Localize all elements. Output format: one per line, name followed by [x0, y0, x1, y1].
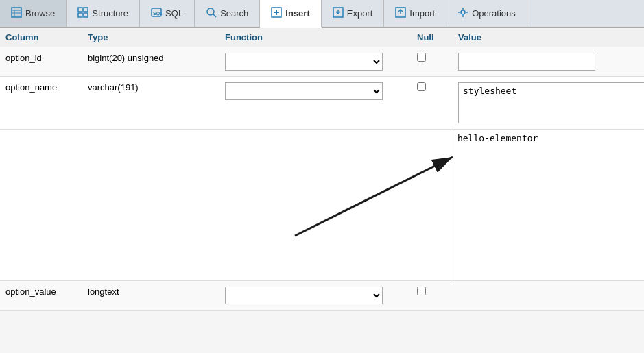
option-name-value-cell: [453, 77, 644, 129]
table-icon: [11, 7, 22, 20]
nav-structure[interactable]: Structure: [67, 0, 140, 27]
structure-icon: [77, 7, 88, 20]
nav-browse-label: Browse: [25, 8, 55, 19]
option-value-type-label: longtext: [88, 287, 119, 297]
nav-insert[interactable]: Insert: [260, 0, 321, 28]
option-id-value-input[interactable]: 2794: [458, 53, 595, 71]
option-value-column: option_value: [0, 281, 82, 310]
nav-search-label: Search: [220, 8, 248, 19]
option-name-type: varchar(191): [82, 77, 219, 98]
header-function: Function: [225, 32, 417, 42]
option-value-type: longtext: [82, 281, 219, 310]
empty-col2: [82, 130, 219, 280]
insert-icon: [271, 7, 282, 20]
search-icon: [206, 7, 217, 20]
table-row: option_value longtext: [0, 280, 644, 311]
option-value-null-cell: [412, 281, 453, 310]
empty-col1: [0, 130, 82, 280]
svg-rect-4: [78, 8, 82, 12]
svg-rect-5: [84, 8, 88, 12]
option-name-column: option_name: [0, 77, 82, 98]
header-type: Type: [88, 32, 225, 42]
nav-browse[interactable]: Browse: [0, 0, 67, 27]
nav-operations[interactable]: Operations: [446, 0, 527, 27]
svg-line-11: [213, 14, 216, 17]
table-row: option_id bigint(20) unsigned 2794: [0, 47, 644, 77]
option-name-value-textarea[interactable]: [458, 82, 644, 123]
option-id-column: option_id: [0, 47, 82, 69]
option-id-name: option_id: [5, 53, 42, 63]
svg-point-19: [461, 10, 465, 14]
nav-export[interactable]: Export: [322, 0, 385, 27]
option-value-name: option_value: [5, 287, 56, 297]
svg-rect-6: [78, 13, 82, 17]
nav-insert-label: Insert: [285, 8, 309, 19]
option-id-function-select[interactable]: [225, 53, 383, 71]
option-name-function-select[interactable]: [225, 82, 383, 100]
nav-import[interactable]: Import: [384, 0, 446, 27]
nav-structure-label: Structure: [92, 8, 128, 19]
table-header: Column Type Function Null Value: [0, 28, 644, 47]
option-name-null-checkbox[interactable]: [417, 82, 426, 91]
option-id-type-label: bigint(20) unsigned: [88, 53, 164, 63]
empty-col3: [219, 130, 412, 280]
hello-elementor-box: hello-elementor: [453, 130, 644, 280]
hello-elementor-text: hello-elementor: [453, 130, 644, 146]
option-id-function-cell: [219, 47, 412, 76]
nav-search[interactable]: Search: [195, 0, 260, 27]
option-value-null-checkbox[interactable]: [417, 287, 426, 295]
hello-elementor-area: hello-elementor: [453, 130, 644, 280]
table-row: option_name varchar(191): [0, 77, 644, 130]
nav-sql[interactable]: SQL SQL: [140, 0, 195, 27]
nav-import-label: Import: [409, 8, 435, 19]
option-value-function-select[interactable]: [225, 287, 383, 304]
svg-text:SQL: SQL: [153, 11, 162, 16]
option-value-function-cell: [219, 281, 412, 310]
value-annotation-area: hello-elementor: [0, 130, 644, 280]
empty-col4: [412, 130, 453, 280]
nav-sql-label: SQL: [165, 8, 183, 19]
top-nav: Browse Structure SQL SQL Search Insert E…: [0, 0, 644, 28]
import-icon: [395, 7, 406, 20]
svg-rect-0: [12, 8, 21, 17]
operations-icon: [457, 7, 468, 20]
sql-icon: SQL: [151, 7, 162, 20]
nav-operations-label: Operations: [472, 8, 516, 19]
option-value-value-cell: [453, 281, 644, 310]
option-name-label: option_name: [5, 82, 57, 93]
nav-export-label: Export: [347, 8, 373, 19]
option-id-value-cell: 2794: [453, 47, 644, 76]
option-id-type: bigint(20) unsigned: [82, 47, 219, 69]
export-icon: [333, 7, 344, 20]
option-name-type-label: varchar(191): [88, 82, 139, 93]
option-id-null-checkbox[interactable]: [417, 53, 426, 62]
option-name-function-cell: [219, 77, 412, 106]
svg-rect-7: [84, 13, 88, 17]
option-name-null-cell: [412, 77, 453, 97]
option-id-null-cell: [412, 47, 453, 67]
svg-point-10: [207, 8, 214, 15]
header-column: Column: [5, 32, 88, 42]
main-content: Column Type Function Null Value option_i…: [0, 28, 644, 311]
header-value: Value: [458, 32, 639, 42]
header-null: Null: [417, 32, 458, 42]
